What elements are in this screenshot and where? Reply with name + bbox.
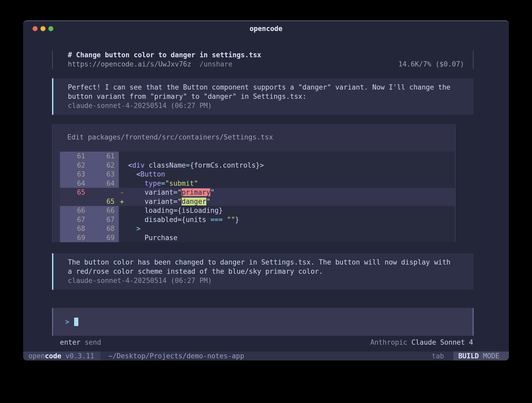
message-meta: claude-sonnet-4-20250514 (06:27 PM) <box>68 276 468 285</box>
diff-row: 65- variant="primary" <box>60 188 455 197</box>
diff-row: 6868 > <box>60 224 455 233</box>
opencode-window: opencode # Change button color to danger… <box>23 20 509 360</box>
session-header: # Change button color to danger in setti… <box>52 50 474 69</box>
code-line: Purchase <box>119 233 455 242</box>
message-text-line: button variant from "primary" to "danger… <box>68 92 468 101</box>
line-number-new: 68 <box>89 224 119 233</box>
hint-key: enter <box>60 338 80 346</box>
line-number-new <box>89 188 119 197</box>
line-number-old: 61 <box>60 152 89 161</box>
unshare-command[interactable]: /unshare <box>191 60 233 68</box>
app-name-code: code <box>45 352 62 360</box>
share-url[interactable]: https://opencode.ai/s/UwJxv76z <box>68 60 191 68</box>
line-number-old <box>60 197 89 206</box>
line-number-old: 67 <box>60 215 89 224</box>
session-header-row2: https://opencode.ai/s/UwJxv76z /unshare … <box>68 60 464 69</box>
app-badge: opencode v0.3.11 <box>23 352 100 360</box>
line-number-new: 63 <box>89 170 119 179</box>
traffic-lights <box>33 26 53 31</box>
code-line: + variant="danger" <box>119 197 455 206</box>
line-number-old: 62 <box>60 161 89 170</box>
edit-tool-panel: Edit packages/frontend/src/containers/Se… <box>52 124 456 242</box>
build-mode-bold: BUILD <box>458 352 479 360</box>
diff-row: 6464 type="submit" <box>60 179 455 188</box>
zoom-button[interactable] <box>48 26 53 31</box>
prompt-chevron: > <box>65 318 69 326</box>
line-number-old: 65 <box>60 188 89 197</box>
line-number-old: 63 <box>60 170 89 179</box>
code-line: - variant="primary" <box>119 188 455 197</box>
build-mode-word: MODE <box>479 352 499 360</box>
context-stats: 14.6K/7% ($0.07) <box>398 60 464 69</box>
model-label: Claude Sonnet 4 <box>411 338 473 346</box>
code-line: > <box>119 224 455 233</box>
titlebar: opencode <box>23 21 509 36</box>
working-directory: ~/Desktop/Projects/demo-notes-app <box>108 352 244 360</box>
line-number-old: 69 <box>60 233 89 242</box>
code-line: disabled={units === ""} <box>119 215 455 224</box>
message-text-line: a red/rose color scheme instead of the b… <box>68 267 468 276</box>
line-number-new: 65 <box>89 197 119 206</box>
message-text-line: The button color has been changed to dan… <box>68 258 468 267</box>
edit-tool-header: Edit packages/frontend/src/containers/Se… <box>53 124 455 152</box>
close-button[interactable] <box>33 26 38 31</box>
provider-label: Anthropic <box>370 338 412 346</box>
diff-table: 61616262 <div className={formCs.controls… <box>60 152 455 242</box>
diff-row: 6262 <div className={formCs.controls}> <box>60 161 455 170</box>
message-text-line: Perfect! I can see that the Button compo… <box>68 83 468 92</box>
app-name-open: open <box>28 352 45 360</box>
mode-switch-key[interactable]: tab <box>432 352 444 360</box>
code-line: loading={isLoading} <box>119 206 455 215</box>
diff-row: 6161 <box>60 152 455 161</box>
diff-row: 6767 disabled={units === ""} <box>60 215 455 224</box>
session-title: # Change button color to danger in setti… <box>68 50 464 60</box>
code-line <box>119 152 455 161</box>
message-meta: claude-sonnet-4-20250514 (06:27 PM) <box>68 101 468 110</box>
hint-action: send <box>80 338 101 346</box>
text-cursor <box>74 318 78 326</box>
line-number-old: 64 <box>60 179 89 188</box>
prompt-input[interactable]: > <box>52 308 474 336</box>
statusbar: opencode v0.3.11 ~/Desktop/Projects/demo… <box>23 352 509 360</box>
line-number-new: 69 <box>89 233 119 242</box>
line-number-new: 66 <box>89 206 119 215</box>
app-version: v0.3.11 <box>61 352 94 360</box>
line-number-new: 61 <box>89 152 119 161</box>
assistant-message: The button color has been changed to dan… <box>52 253 474 290</box>
send-hint: enter send <box>60 338 101 347</box>
line-number-new: 67 <box>89 215 119 224</box>
line-number-old: 66 <box>60 206 89 215</box>
code-line: <div className={formCs.controls}> <box>119 161 455 170</box>
code-line: <Button <box>119 170 455 179</box>
model-hint: Anthropic Claude Sonnet 4 <box>370 338 473 347</box>
assistant-message: Perfect! I can see that the Button compo… <box>52 78 474 115</box>
build-mode-badge: BUILD MODE <box>453 352 509 360</box>
window-title: opencode <box>249 25 282 33</box>
line-number-old: 68 <box>60 224 89 233</box>
diff-row: 65+ variant="danger" <box>60 197 455 206</box>
minimize-button[interactable] <box>40 26 45 31</box>
hint-row: enter send Anthropic Claude Sonnet 4 <box>52 338 474 347</box>
code-line: type="submit" <box>119 179 455 188</box>
diff-row: 6969 Purchase <box>60 233 455 242</box>
line-number-new: 64 <box>89 179 119 188</box>
diff-row: 6363 <Button <box>60 170 455 179</box>
share-url-group: https://opencode.ai/s/UwJxv76z /unshare <box>68 60 232 69</box>
diff-row: 6666 loading={isLoading} <box>60 206 455 215</box>
line-number-new: 62 <box>89 161 119 170</box>
